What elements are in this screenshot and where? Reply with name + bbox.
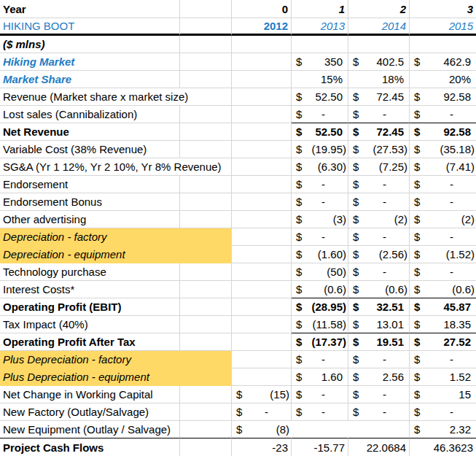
cell-year0[interactable]	[232, 176, 292, 193]
row-label-cell[interactable]: ($ mlns)	[0, 36, 180, 53]
cell-year1[interactable]: $ -	[292, 351, 348, 368]
cell-year1[interactable]: $ -	[292, 228, 348, 246]
cell-year3[interactable]: $ (1.52)	[410, 246, 476, 263]
spacer-cell[interactable]	[180, 403, 232, 421]
cell-year2[interactable]: $ 72.45	[348, 88, 410, 106]
cell-year3[interactable]: $ -	[410, 403, 476, 421]
spacer-cell[interactable]	[180, 316, 232, 333]
row-label-cell[interactable]: New Factory (Outlay/Salvage)	[0, 403, 180, 421]
cell-year2[interactable]	[348, 36, 410, 53]
cell-year3[interactable]: $ 2.32	[410, 421, 476, 438]
cell-year0[interactable]	[232, 228, 292, 246]
spacer-cell[interactable]	[180, 53, 232, 71]
cell-year3[interactable]: $ 92.58	[410, 88, 476, 106]
spacer-cell[interactable]	[180, 193, 232, 211]
spacer-cell[interactable]	[180, 18, 232, 36]
cell-year0[interactable]	[232, 246, 292, 263]
cell-year2[interactable]: $ -	[348, 193, 410, 211]
cell-year1[interactable]: 1	[292, 0, 348, 18]
cell-year1[interactable]: $ -	[292, 193, 348, 211]
cell-year0[interactable]	[232, 36, 292, 53]
cell-year0[interactable]	[232, 316, 292, 333]
cell-year1[interactable]: -15.77	[292, 438, 348, 456]
row-label-cell[interactable]: Depreciation - equipment	[0, 246, 232, 263]
cell-year1[interactable]: $ 52.50	[292, 123, 348, 141]
cell-year2[interactable]: $ (2.56)	[348, 246, 410, 263]
row-label-cell[interactable]: Market Share	[0, 71, 180, 88]
cell-year2[interactable]: 2014	[348, 18, 410, 36]
cell-year0[interactable]	[232, 71, 292, 88]
cell-year1[interactable]: 2013	[292, 18, 348, 36]
row-label-cell[interactable]: Hiking Market	[0, 53, 180, 71]
cell-year3[interactable]: $ 15	[410, 386, 476, 403]
cell-year3[interactable]: $ (35.18)	[410, 141, 476, 158]
row-label-cell[interactable]: Other advertising	[0, 211, 180, 228]
cell-year2[interactable]: $ (2)	[348, 211, 410, 228]
cell-year1[interactable]: $ 1.60	[292, 368, 348, 386]
cell-year0[interactable]	[232, 351, 292, 368]
row-label-cell[interactable]: Net Revenue	[0, 123, 180, 141]
cell-year1[interactable]: $ -	[292, 386, 348, 403]
row-label-cell[interactable]: Interest Costs*	[0, 281, 180, 298]
cell-year2[interactable]: $ -	[348, 176, 410, 193]
row-label-cell[interactable]: Depreciation - factory	[0, 228, 232, 246]
cell-year2[interactable]: $ -	[348, 386, 410, 403]
cell-year1[interactable]: $ (0.6)	[292, 281, 348, 298]
row-label-cell[interactable]: New Equipment (Outlay / Salvage)	[0, 421, 180, 438]
spacer-cell[interactable]	[180, 438, 232, 456]
row-label-cell[interactable]: Endorsement	[0, 176, 180, 193]
cell-year2[interactable]: $ -	[348, 106, 410, 123]
cell-year0[interactable]: 0	[232, 0, 292, 18]
row-label-cell[interactable]: Variable Cost (38% Revenue)	[0, 141, 180, 158]
row-label-cell[interactable]: HIKING BOOT	[0, 18, 180, 36]
row-label-cell[interactable]: SG&A (Yr 1 12%, Yr 2 10%, Yr 8% Revenue)	[0, 158, 232, 176]
spacer-cell[interactable]	[180, 176, 232, 193]
cell-year0[interactable]: $ (15)	[232, 386, 292, 403]
cell-year1[interactable]: $ 52.50	[292, 88, 348, 106]
cell-year2[interactable]: $ (7.25)	[348, 158, 410, 176]
cell-year0[interactable]	[232, 123, 292, 141]
cell-year1[interactable]	[292, 421, 348, 438]
cell-year2[interactable]: $ -	[348, 351, 410, 368]
spacer-cell[interactable]	[180, 281, 232, 298]
cell-year1[interactable]: $ (50)	[292, 263, 348, 281]
cell-year0[interactable]	[232, 193, 292, 211]
cell-year2[interactable]: $ 19.51	[348, 333, 410, 351]
cell-year3[interactable]: $ 462.9	[410, 53, 476, 71]
cell-year2[interactable]	[348, 421, 410, 438]
cell-year1[interactable]	[292, 36, 348, 53]
cell-year1[interactable]: $ 350	[292, 53, 348, 71]
spacer-cell[interactable]	[180, 211, 232, 228]
cell-year0[interactable]	[232, 158, 292, 176]
row-label-cell[interactable]: Operating Profit (EBIT)	[0, 298, 180, 316]
spacer-cell[interactable]	[180, 106, 232, 123]
cell-year1[interactable]: $ (17.37)	[292, 333, 348, 351]
cell-year1[interactable]: $ -	[292, 403, 348, 421]
spacer-cell[interactable]	[180, 421, 232, 438]
cell-year3[interactable]: $ 1.52	[410, 368, 476, 386]
cell-year0[interactable]	[232, 368, 292, 386]
row-label-cell[interactable]: Net Change in Working Capital	[0, 386, 180, 403]
cell-year3[interactable]: $ -	[410, 228, 476, 246]
row-label-cell[interactable]: Technology purchase	[0, 263, 180, 281]
cell-year0[interactable]	[232, 263, 292, 281]
cell-year3[interactable]: $ 45.87	[410, 298, 476, 316]
cell-year2[interactable]: $ 2.56	[348, 368, 410, 386]
cell-year3[interactable]: $ 27.52	[410, 333, 476, 351]
cell-year2[interactable]: $ 32.51	[348, 298, 410, 316]
cell-year3[interactable]: $ -	[410, 106, 476, 123]
cell-year2[interactable]: 2	[348, 0, 410, 18]
cell-year1[interactable]: $ (19.95)	[292, 141, 348, 158]
cell-year2[interactable]: $ (27.53)	[348, 141, 410, 158]
cell-year0[interactable]	[232, 53, 292, 71]
cell-year3[interactable]: $ -	[410, 193, 476, 211]
cell-year2[interactable]: 18%	[348, 71, 410, 88]
cell-year3[interactable]: 46.3623	[410, 438, 476, 456]
cell-year1[interactable]: $ (3)	[292, 211, 348, 228]
cell-year3[interactable]: $ (0.6)	[410, 281, 476, 298]
row-label-cell[interactable]: Operating Profit After Tax	[0, 333, 180, 351]
cell-year1[interactable]: $ (1.60)	[292, 246, 348, 263]
cell-year0[interactable]: $ (8)	[232, 421, 292, 438]
cell-year2[interactable]: 22.0684	[348, 438, 410, 456]
cell-year2[interactable]: $ 402.5	[348, 53, 410, 71]
